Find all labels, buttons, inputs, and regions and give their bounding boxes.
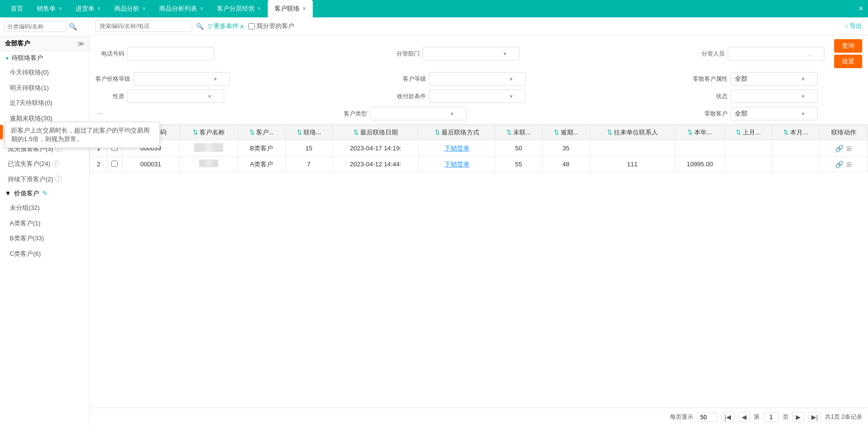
row2-checkbox-cell[interactable] (107, 157, 122, 172)
sidebar-item-tomorrow[interactable]: 明天待联络(1) (0, 80, 89, 96)
manager-filter-cell: 分管人员 … (696, 47, 824, 60)
th-annual-sort-icon[interactable]: ⇅ (687, 129, 693, 136)
th-last-contact-date: ⇅最后联络日期 (333, 125, 419, 140)
nav-product-list[interactable]: 商品分析列表 × (152, 0, 210, 17)
row1-last-month (725, 140, 772, 157)
row2-name (180, 157, 238, 172)
row1-grid-icon[interactable]: ⊞ (846, 145, 852, 152)
customer-type-select[interactable]: ▼ (370, 107, 467, 120)
th-thismonth-sort-icon[interactable]: ⇅ (783, 129, 789, 136)
table-wrapper: ⚙ ⇅客户编码 ⇅客户名称 ⇅客户... ⇅联络... ⇅最后联络日期 ⇅最后联… (90, 125, 868, 408)
row2-link-icon[interactable]: 🔗 (835, 161, 843, 168)
close-sales-icon[interactable]: × (59, 5, 62, 12)
th-contacts-sort-icon[interactable]: ⇅ (607, 129, 612, 136)
my-customer-checkbox-label[interactable]: 我分管的客户 (248, 22, 294, 30)
th-contact-sort-icon[interactable]: ⇅ (297, 129, 302, 136)
value-edit-icon[interactable]: ✎ (42, 190, 47, 197)
sidebar-item-already-lost[interactable]: 已流失客户(24) i (0, 156, 89, 171)
price-grade-select[interactable]: ▼ (133, 72, 230, 86)
gender-select[interactable]: ▼ (127, 89, 224, 103)
keep-declining-info-icon[interactable]: i (55, 176, 62, 182)
th-overdue-sort-icon[interactable]: ⇅ (554, 129, 559, 136)
phone-input[interactable] (127, 47, 214, 60)
th-name-sort-icon[interactable]: ⇅ (193, 129, 198, 136)
payment-label: 收付款条件 (397, 92, 426, 101)
keep-declining-label: 持续下滑客户(2) (8, 174, 53, 185)
already-lost-label: 已流失客户(24) (8, 158, 50, 169)
pending-contact-group[interactable]: ▼ 待联络客户 (0, 51, 89, 65)
query-button[interactable]: 查询 (834, 39, 862, 53)
row1-action-icons: 🔗 ⊞ (823, 145, 864, 152)
export-button[interactable]: ↑ 导出 (845, 22, 863, 30)
th-method-sort-icon[interactable]: ⇅ (435, 129, 440, 136)
category-search-button[interactable]: 🔍 (69, 23, 77, 30)
sidebar-item-a-class[interactable]: A类客户(1) (0, 216, 89, 231)
row2-this-month (772, 157, 820, 172)
sidebar-item-keep-declining[interactable]: 持续下滑客户(2) i (0, 172, 89, 187)
page-size-select[interactable]: 50 (697, 412, 717, 422)
row1-last-date: 2023-04-17 14:19: (333, 140, 419, 157)
sidebar-collapse-icon[interactable]: ≫ (77, 40, 84, 47)
th-action: 联络动作 (820, 125, 868, 140)
close-tier-icon[interactable]: × (258, 5, 261, 12)
payment-select[interactable]: ▼ (429, 89, 526, 103)
sidebar-item-7days[interactable]: 近7天待联络(0) (0, 95, 89, 111)
page-suffix-label: 页 (783, 413, 789, 421)
retail-attr-select[interactable]: 全部 ▼ (731, 72, 818, 86)
retail-customer-select[interactable]: 全部 ▼ (731, 107, 818, 120)
search-input[interactable] (95, 20, 192, 32)
th-uncontact-sort-icon[interactable]: ⇅ (506, 129, 512, 136)
row2-grid-icon[interactable]: ⊞ (846, 161, 852, 168)
manager-select[interactable]: … (728, 47, 824, 60)
row1-last-method[interactable]: 下销货单 (419, 140, 495, 157)
close-analysis-icon[interactable]: × (142, 5, 146, 12)
nav-purchase[interactable]: 进货单 × (69, 0, 107, 17)
sidebar-item-b-class[interactable]: B类客户(33) (0, 231, 89, 246)
customer-type-chevron-icon: ▼ (450, 111, 455, 117)
dept-select[interactable]: ▼ (423, 47, 519, 60)
nav-customer-contact[interactable]: 客户联络 × (268, 0, 313, 17)
nav-customer-tier[interactable]: 客户分层经营 × (210, 0, 268, 17)
my-customer-checkbox[interactable] (248, 23, 255, 29)
close-all-button[interactable]: × (859, 4, 863, 13)
row2-name-blurred (199, 160, 218, 167)
nav-product-analysis[interactable]: 商品分析 × (107, 0, 152, 17)
customer-table: ⚙ ⇅客户编码 ⇅客户名称 ⇅客户... ⇅联络... ⇅最后联络日期 ⇅最后联… (90, 125, 868, 172)
payment-chevron-icon: ▼ (509, 94, 514, 99)
table-row: 1 000039 B类客户 15 2023-04-17 14:19: 下销货单 … (90, 140, 868, 157)
value-customer-group-header: ▼ 价值客户 ✎ (0, 187, 89, 200)
status-select[interactable]: ▼ (731, 89, 818, 103)
already-lost-info-icon[interactable]: i (52, 161, 59, 167)
close-contact-icon[interactable]: × (303, 5, 306, 12)
settings-button[interactable]: 设置 (834, 55, 862, 68)
export-icon: ↑ (845, 23, 849, 30)
row2-checkbox[interactable] (111, 161, 118, 167)
expand-filters-button[interactable]: ··· (95, 109, 106, 118)
th-grade-sort-icon[interactable]: ⇅ (249, 129, 255, 136)
th-this-month: ⇅本月... (772, 125, 820, 140)
last-page-button[interactable]: ▶| (808, 412, 821, 422)
first-page-button[interactable]: |◀ (721, 412, 734, 422)
customer-grade-select[interactable]: ▼ (429, 72, 526, 86)
close-purchase-icon[interactable]: × (97, 5, 101, 12)
manager-chevron-icon: … (807, 51, 812, 57)
sidebar-item-ungroup[interactable]: 未分组(32) (0, 200, 89, 216)
pending-contact-label: 待联络客户 (12, 54, 43, 62)
row1-link-icon[interactable]: 🔗 (835, 145, 843, 152)
search-button[interactable]: 🔍 (196, 23, 204, 30)
nav-home[interactable]: 首页 (4, 0, 30, 17)
more-conditions-button[interactable]: ▽ 更多条件 ∧ (208, 22, 244, 30)
sidebar-item-c-class[interactable]: C类客户(6) (0, 246, 89, 262)
customer-grade-filter-cell: 客户等级 ▼ (397, 72, 526, 86)
nav-sales[interactable]: 销售单 × (30, 0, 69, 17)
page-number-input[interactable] (763, 412, 779, 422)
category-search-input[interactable] (4, 21, 67, 32)
close-list-icon[interactable]: × (200, 5, 203, 12)
th-lastmonth-sort-icon[interactable]: ⇅ (736, 129, 741, 136)
prev-page-button[interactable]: ◀ (738, 412, 750, 422)
next-page-button[interactable]: ▶ (792, 412, 804, 422)
content-area: 🔍 ▽ 更多条件 ∧ 我分管的客户 ↑ 导出 电话号码 (90, 17, 868, 426)
row2-last-method[interactable]: 下销货单 (419, 157, 495, 172)
sidebar-item-today[interactable]: 今天待联络(0) (0, 65, 89, 80)
th-date-sort-icon[interactable]: ⇅ (353, 129, 359, 136)
